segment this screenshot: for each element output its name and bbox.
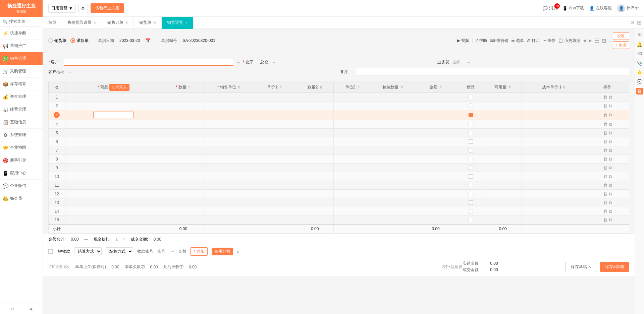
pkg-cell-8[interactable] [371,155,414,164]
product-cell-8[interactable] [65,155,162,164]
unit-cell-15[interactable] [205,216,253,225]
gift-checkbox-5[interactable] [469,131,473,135]
pkg-cell-13[interactable] [371,198,414,207]
price-cell-6[interactable] [253,137,296,146]
qty2-cell-14[interactable] [296,207,334,216]
qty-cell-8[interactable] [162,155,205,164]
tab-sales-order-close[interactable]: ✕ [125,21,128,24]
user-profile[interactable]: 👤 徐泽华 [617,4,639,12]
gift-checkbox-3[interactable] [469,113,473,117]
copy-btn-13[interactable]: ⧉ [609,200,612,205]
qty2-cell-4[interactable] [296,120,334,129]
operations-btn[interactable]: ⋯ 操作 [542,38,555,44]
cost-cell-2[interactable] [522,102,586,110]
qty2-cell-12[interactable] [296,190,334,198]
copy-btn-14[interactable]: ⧉ [609,209,612,214]
copy-btn-11[interactable]: ⧉ [609,183,612,188]
available-cell-4[interactable] [484,120,522,129]
history-btn[interactable]: 📋 历史单据 [558,38,580,44]
sidebar-item-member[interactable]: 👑 畅会员 [0,192,43,205]
tab-home[interactable]: 首页 [43,17,62,29]
qty2-cell-5[interactable] [296,129,334,137]
amount-cell-15[interactable] [414,216,457,225]
select-btn[interactable]: ☰ 选单 [511,38,524,44]
copy-btn-15[interactable]: ⧉ [609,217,612,223]
pkg-cell-10[interactable] [371,172,414,181]
unit2-cell-13[interactable] [334,198,371,207]
copy-btn-7[interactable]: ⧉ [609,148,612,153]
address-more[interactable]: ··· [68,70,71,74]
product-cell-10[interactable] [65,172,162,181]
unit-cell-2[interactable] [205,102,253,110]
cost-cell-13[interactable] [522,198,586,207]
message-btn[interactable]: 💬 消息 70 [543,5,557,11]
product-cell-11[interactable] [65,181,162,190]
unit-cell-12[interactable] [205,190,253,198]
qty-cell-2[interactable] [162,102,205,110]
qty-cell-12[interactable] [162,190,205,198]
right-tag-icon[interactable]: 🏷 [636,50,643,57]
available-cell-13[interactable] [484,198,522,207]
price-cell-10[interactable] [253,172,296,181]
qty-cell-13[interactable] [162,198,205,207]
gift-checkbox-12[interactable] [469,192,473,196]
cost-cell-7[interactable] [522,146,586,155]
gift-checkbox-6[interactable] [469,139,473,144]
price-cell-5[interactable] [253,129,296,137]
sidebar-item-operations[interactable]: 📊 经营管理 [0,103,43,116]
product-cell-9[interactable] [65,164,162,172]
topbar-gear-btn[interactable]: ⚙ [78,4,88,13]
unit2-cell-12[interactable] [334,190,371,198]
sidebar-item-marketing[interactable]: 📢 营销推广 [0,40,43,52]
copy-btn-2[interactable]: ⧉ [609,103,612,109]
cost-cell-6[interactable] [522,137,586,146]
price-cell-1[interactable] [253,93,296,102]
pkg-cell-1[interactable] [371,93,414,102]
qty2-cell-6[interactable] [296,137,334,146]
delete-btn-15[interactable]: 🗑 [603,217,607,223]
calendar-icon[interactable]: 📅 [145,38,150,43]
delete-btn-8[interactable]: 🗑 [603,156,607,162]
available-cell-15[interactable] [484,216,522,225]
qty-cell-15[interactable] [162,216,205,225]
qty-cell-9[interactable] [162,164,205,172]
pkg-cell-3[interactable] [371,110,414,120]
fee-split-btn[interactable]: 费用分摊 [212,248,233,255]
qty2-cell-15[interactable] [296,216,334,225]
delete-btn-14[interactable]: 🗑 [603,209,607,214]
amount-cell-12[interactable] [414,190,457,198]
pkg-cell-5[interactable] [371,129,414,137]
unit-cell-5[interactable] [205,129,253,137]
trial-btn[interactable]: 体验行业方案 [91,3,124,13]
available-cell-7[interactable] [484,146,522,155]
unit2-cell-1[interactable] [334,93,371,102]
unit2-cell-5[interactable] [334,129,371,137]
sidebar-item-inventory[interactable]: 📦 库存核算 [0,78,43,90]
copy-btn-6[interactable]: ⧉ [609,139,612,144]
salesperson-more[interactable]: ··· [467,60,470,65]
tab-sales-return-close[interactable]: ✕ [185,21,188,24]
copy-btn-9[interactable]: ⧉ [609,165,612,171]
cost-cell-14[interactable] [522,207,586,216]
amount-cell-9[interactable] [414,164,457,172]
product-input-${i}[interactable] [93,112,133,118]
right-clip-icon[interactable]: 📎 [636,60,643,66]
unit2-cell-4[interactable] [334,120,371,129]
tab-sales-order[interactable]: 销售订单 ✕ [102,17,134,29]
pkg-cell-11[interactable] [371,181,414,190]
product-cell-3[interactable] [65,110,162,120]
sidebar-item-purchase[interactable]: 🛒 采购管理 [0,65,43,78]
app-download-btn[interactable]: 📱 App下载 [562,5,584,11]
tab-sales-invoice-close[interactable]: ✕ [153,21,156,24]
cost-cell-5[interactable] [522,129,586,137]
logistics-btn[interactable]: + 物流 [613,41,629,49]
amount-cell-4[interactable] [414,120,457,129]
calculation-select[interactable]: 结算方式 [106,247,133,255]
unit2-cell-7[interactable] [334,146,371,155]
available-cell-11[interactable] [484,181,522,190]
qty-cell-7[interactable] [162,146,205,155]
product-cell-4[interactable] [65,120,162,129]
amount-cell-5[interactable] [414,129,457,137]
help-btn[interactable]: ? 帮助 [476,38,487,44]
gift-checkbox-4[interactable] [469,122,473,126]
